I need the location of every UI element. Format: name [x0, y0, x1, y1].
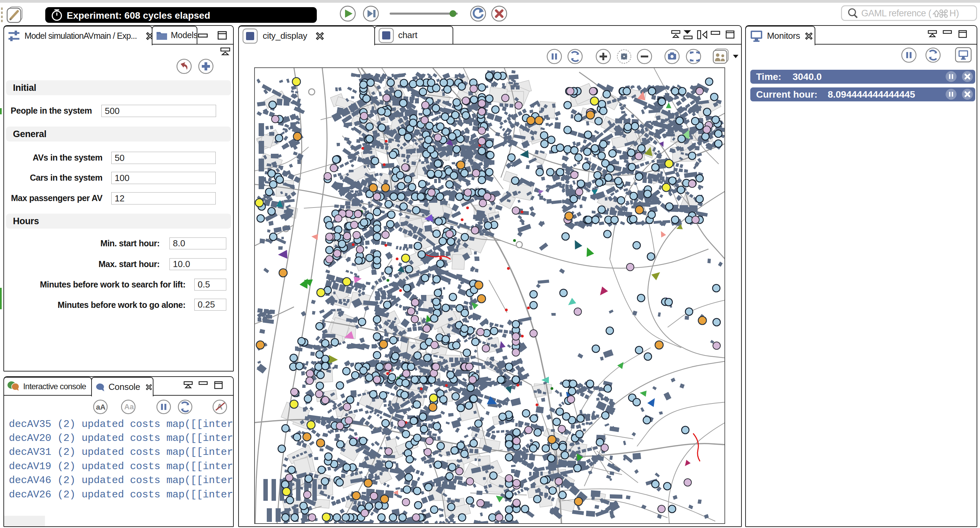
svg-text:aA: aA	[96, 403, 105, 411]
svg-text:Aa: Aa	[124, 402, 134, 411]
svg-text:H): H)	[950, 8, 959, 18]
svg-text:GAML reference (: GAML reference (	[861, 8, 931, 18]
svg-text:Experiment: 608 cycles elapsed: Experiment: 608 cycles elapsed	[67, 10, 210, 21]
